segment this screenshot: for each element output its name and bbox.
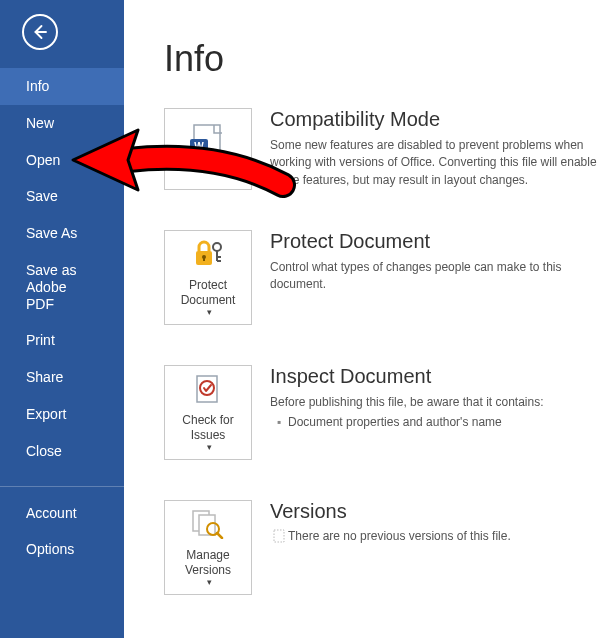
sidebar-item-close[interactable]: Close — [0, 433, 124, 470]
sidebar-item-print[interactable]: Print — [0, 322, 124, 359]
back-arrow-icon — [31, 23, 49, 41]
sidebar-item-label: Save as Adobe PDF — [26, 262, 77, 312]
section-versions: Manage Versions▾ Versions There are no p… — [164, 500, 609, 595]
sidebar-item-open[interactable]: Open — [0, 142, 124, 179]
sidebar-item-label: Account — [26, 505, 77, 521]
bullet-text: Document properties and author's name — [288, 415, 502, 429]
svg-point-7 — [213, 243, 221, 251]
convert-button[interactable]: W — [164, 108, 252, 190]
sidebar-item-label: Share — [26, 369, 63, 385]
section-title: Versions — [270, 500, 609, 523]
lock-key-icon — [191, 239, 225, 272]
section-text: Before publishing this file, be aware th… — [270, 394, 609, 411]
dropdown-caret-icon: ▾ — [207, 577, 212, 588]
sidebar-item-save-as[interactable]: Save As — [0, 215, 124, 252]
section-title: Protect Document — [270, 230, 609, 253]
sidebar-item-save-as-adobe-pdf[interactable]: Save as Adobe PDF — [0, 252, 124, 322]
sidebar-item-save[interactable]: Save — [0, 178, 124, 215]
sidebar-item-info[interactable]: Info — [0, 68, 124, 105]
svg-text:W: W — [194, 141, 204, 152]
sidebar-item-label: Save As — [26, 225, 77, 241]
section-text: Some new features are disabled to preven… — [270, 137, 609, 189]
sidebar-item-account[interactable]: Account — [0, 495, 124, 532]
page-title: Info — [164, 38, 609, 80]
section-inspect: Check for Issues▾ Inspect Document Befor… — [164, 365, 609, 460]
sidebar-item-label: Print — [26, 332, 55, 348]
sidebar-item-label: Save — [26, 188, 58, 204]
sidebar-item-options[interactable]: Options — [0, 531, 124, 568]
bullet-icon: ▪ — [270, 415, 288, 429]
bullet-text: There are no previous versions of this f… — [288, 529, 511, 543]
check-for-issues-button[interactable]: Check for Issues▾ — [164, 365, 252, 460]
sidebar-item-label: Export — [26, 406, 66, 422]
sidebar-item-label: New — [26, 115, 54, 131]
section-text: Control what types of changes people can… — [270, 259, 609, 294]
document-small-icon — [270, 529, 288, 546]
versions-bullet: There are no previous versions of this f… — [270, 529, 609, 546]
section-title: Compatibility Mode — [270, 108, 609, 131]
button-label: Manage Versions — [169, 548, 247, 577]
back-button[interactable] — [22, 14, 58, 50]
sidebar-item-label: Options — [26, 541, 74, 557]
dropdown-caret-icon: ▾ — [207, 307, 212, 318]
dropdown-caret-icon: ▾ — [207, 442, 212, 453]
svg-rect-6 — [203, 257, 205, 261]
svg-line-16 — [217, 533, 222, 538]
section-compatibility: W Compatibility Mode Some new features a… — [164, 108, 609, 190]
sidebar-divider — [0, 486, 124, 487]
versions-icon — [191, 509, 225, 542]
manage-versions-button[interactable]: Manage Versions▾ — [164, 500, 252, 595]
inspect-bullet: ▪ Document properties and author's name — [270, 415, 609, 429]
sidebar-item-export[interactable]: Export — [0, 396, 124, 433]
info-panel: Info W Compatibility Mode Some new featu… — [124, 0, 609, 638]
inspect-icon — [193, 374, 223, 407]
button-label: Protect Document — [169, 278, 247, 307]
sidebar-item-label: Info — [26, 78, 49, 94]
word-convert-icon: W — [188, 123, 228, 170]
section-protect: Protect Document▾ Protect Document Contr… — [164, 230, 609, 325]
svg-rect-17 — [274, 530, 284, 542]
backstage-sidebar: Info New Open Save Save As Save as Adobe… — [0, 0, 124, 638]
button-label: Check for Issues — [169, 413, 247, 442]
sidebar-item-label: Open — [26, 152, 60, 168]
section-title: Inspect Document — [270, 365, 609, 388]
sidebar-item-label: Close — [26, 443, 62, 459]
protect-document-button[interactable]: Protect Document▾ — [164, 230, 252, 325]
sidebar-item-share[interactable]: Share — [0, 359, 124, 396]
sidebar-item-new[interactable]: New — [0, 105, 124, 142]
